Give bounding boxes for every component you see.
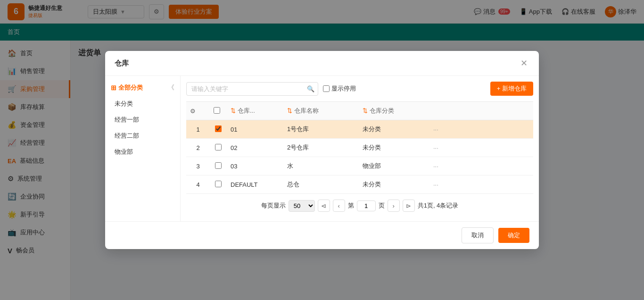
page-suffix: 页 bbox=[379, 201, 385, 210]
row-code: DEFAULT bbox=[227, 175, 283, 194]
row-code: 02 bbox=[227, 139, 283, 157]
table-row[interactable]: 3 03 水 物业部 ··· bbox=[186, 157, 533, 175]
row-category: 未分类 bbox=[359, 120, 429, 139]
cat-item-property[interactable]: 物业部 bbox=[105, 144, 180, 160]
row-name: 2号仓库 bbox=[283, 139, 359, 157]
page-input[interactable] bbox=[357, 200, 376, 211]
th-name: ⇅仓库名称 bbox=[283, 102, 359, 120]
settings-icon[interactable]: ⚙ bbox=[190, 108, 196, 115]
row-checkbox[interactable] bbox=[210, 139, 227, 157]
row-checkbox[interactable] bbox=[210, 175, 227, 194]
dialog-footer: 取消 确定 bbox=[105, 221, 539, 249]
per-page-select[interactable]: 50 10 20 100 bbox=[289, 200, 315, 212]
row-code: 01 bbox=[227, 120, 283, 139]
next-page-btn[interactable]: › bbox=[388, 200, 400, 212]
row-category: 物业部 bbox=[359, 157, 429, 175]
th-check bbox=[210, 102, 227, 120]
row-category: 未分类 bbox=[359, 175, 429, 194]
prev-page-btn[interactable]: ‹ bbox=[333, 200, 345, 212]
table-area: 🔍 显示停用 + 新增仓库 ⚙ bbox=[181, 76, 539, 221]
show-disabled-checkbox[interactable] bbox=[323, 85, 330, 92]
show-disabled-label[interactable]: 显示停用 bbox=[323, 84, 356, 93]
collapse-icon[interactable]: 《 bbox=[168, 83, 174, 92]
dialog-title: 仓库 bbox=[115, 59, 129, 68]
modal-overlay: 仓库 ✕ ⊞ 全部分类 《 未分类 经营一部 经营二部 物业部 bbox=[0, 0, 644, 300]
row-seq: 4 bbox=[186, 175, 210, 194]
th-settings: ⚙ bbox=[186, 102, 210, 120]
dialog-body: ⊞ 全部分类 《 未分类 经营一部 经营二部 物业部 🔍 bbox=[105, 76, 539, 221]
row-name: 总仓 bbox=[283, 175, 359, 194]
row-select-checkbox[interactable] bbox=[215, 144, 222, 150]
dialog-header: 仓库 ✕ bbox=[105, 51, 539, 76]
table-row[interactable]: 4 DEFAULT 总仓 未分类 ··· bbox=[186, 175, 533, 194]
confirm-button[interactable]: 确定 bbox=[498, 228, 529, 243]
category-sidebar: ⊞ 全部分类 《 未分类 经营一部 经营二部 物业部 bbox=[105, 76, 181, 221]
row-category: 未分类 bbox=[359, 139, 429, 157]
close-icon[interactable]: ✕ bbox=[518, 58, 529, 69]
grid-icon: ⊞ bbox=[111, 84, 116, 92]
table-container: ⚙ ⇅仓库... ⇅仓库名称 bbox=[186, 101, 533, 194]
row-code: 03 bbox=[227, 157, 283, 175]
category-header: ⊞ 全部分类 《 bbox=[105, 80, 180, 96]
select-all-checkbox[interactable] bbox=[214, 107, 220, 114]
th-category: ⇅仓库分类 bbox=[359, 102, 429, 120]
row-checkbox[interactable] bbox=[210, 157, 227, 175]
add-warehouse-button[interactable]: + 新增仓库 bbox=[490, 82, 533, 96]
cat-item-dept2[interactable]: 经营二部 bbox=[105, 128, 180, 144]
warehouse-table: ⚙ ⇅仓库... ⇅仓库名称 bbox=[186, 101, 533, 194]
row-name: 1号仓库 bbox=[283, 120, 359, 139]
row-seq: 2 bbox=[186, 139, 210, 157]
total-info: 共1页, 4条记录 bbox=[418, 201, 459, 210]
cat-item-unclassified[interactable]: 未分类 bbox=[105, 96, 180, 112]
table-row[interactable]: 2 02 2号仓库 未分类 ··· bbox=[186, 139, 533, 157]
th-code: ⇅仓库... bbox=[227, 102, 283, 120]
all-categories-label[interactable]: ⊞ 全部分类 bbox=[111, 83, 143, 92]
page-label: 第 bbox=[348, 201, 354, 210]
row-more[interactable]: ··· bbox=[429, 175, 533, 194]
per-page-label: 每页显示 bbox=[261, 201, 286, 210]
row-select-checkbox[interactable] bbox=[215, 162, 222, 169]
pagination: 每页显示 50 10 20 100 ⊲ ‹ 第 页 › ⊳ 共1页, 4条记录 bbox=[186, 194, 533, 216]
row-name: 水 bbox=[283, 157, 359, 175]
cat-item-dept1[interactable]: 经营一部 bbox=[105, 112, 180, 128]
row-seq: 1 bbox=[186, 120, 210, 139]
row-seq: 3 bbox=[186, 157, 210, 175]
first-page-btn[interactable]: ⊲ bbox=[318, 200, 330, 212]
th-actions bbox=[429, 102, 533, 120]
row-checkbox[interactable] bbox=[210, 120, 227, 139]
row-more[interactable]: ··· bbox=[429, 157, 533, 175]
row-select-checkbox[interactable] bbox=[215, 125, 222, 132]
table-toolbar: 🔍 显示停用 + 新增仓库 bbox=[186, 82, 533, 96]
warehouse-dialog: 仓库 ✕ ⊞ 全部分类 《 未分类 经营一部 经营二部 物业部 bbox=[105, 51, 539, 249]
row-select-checkbox[interactable] bbox=[215, 181, 222, 187]
last-page-btn[interactable]: ⊳ bbox=[403, 200, 415, 212]
row-more[interactable]: ··· bbox=[429, 139, 533, 157]
search-input-wrap: 🔍 bbox=[186, 82, 318, 96]
row-more[interactable]: ··· bbox=[429, 120, 533, 139]
cancel-button[interactable]: 取消 bbox=[462, 227, 494, 243]
search-input[interactable] bbox=[186, 82, 318, 96]
table-row[interactable]: 1 01 1号仓库 未分类 ··· bbox=[186, 120, 533, 139]
search-icon[interactable]: 🔍 bbox=[307, 85, 314, 92]
